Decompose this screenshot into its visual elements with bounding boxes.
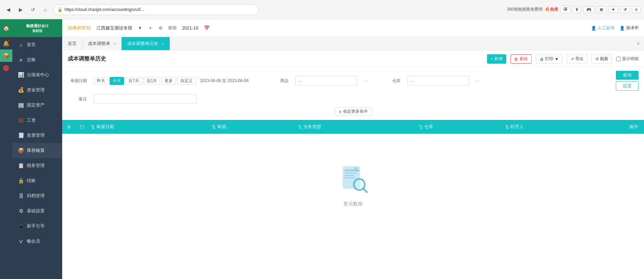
- address-bar[interactable]: 🔒 https://cloud.chanjet.com/accounting/u…: [53, 4, 259, 15]
- page-actions: + 新增 🗑 删除 🖨 打印 ▼ ↗ 导出 ↺: [487, 54, 639, 64]
- browser-tools: 360智能抠图免费用 🔥热搜 译 ¥ 🎮 ⊞ ☀ ↺ ≡: [507, 5, 641, 13]
- query-button[interactable]: 查询: [616, 71, 639, 80]
- consult-btn[interactable]: 👤 人工咨询: [591, 25, 614, 31]
- home-button[interactable]: ⌂: [41, 5, 50, 14]
- sidebar-item-guide[interactable]: 📱 新手引导: [12, 219, 62, 234]
- forward-button[interactable]: ▶: [16, 5, 25, 14]
- topbar-gear-icon[interactable]: ⚙: [159, 25, 163, 31]
- sort-date-icon: ⇅: [91, 124, 95, 130]
- sidebar-label-invoice: 发票管理: [27, 132, 45, 138]
- print-label: 打印: [545, 56, 553, 62]
- collapse-arrow-icon: ∧: [339, 109, 342, 114]
- empty-illustration: [336, 161, 370, 196]
- table-checkbox-icon[interactable]: ☐: [80, 124, 84, 130]
- topbar-company: 江西服宝测试专用: [97, 25, 132, 31]
- th-date[interactable]: ⇅ 单据日期: [88, 124, 209, 130]
- rmb-btn[interactable]: ¥: [573, 6, 581, 13]
- topbar-calendar-icon[interactable]: 📅: [204, 25, 210, 31]
- tab-cost-adjust-history[interactable]: 成本调整单历史 ×: [122, 37, 170, 50]
- tab-cost-adjust[interactable]: 成本调整单 ×: [82, 37, 122, 50]
- tab2-close-icon[interactable]: ×: [162, 42, 164, 46]
- sidebar-label-vip: 畅会员: [27, 238, 40, 244]
- print-btn[interactable]: 🖨 打印 ▼: [536, 54, 563, 64]
- remarks-input[interactable]: [94, 94, 197, 104]
- th-doc-num[interactable]: ⇅ 单据...: [209, 124, 295, 130]
- topbar-add-icon[interactable]: ＋: [148, 24, 153, 32]
- th-warehouse[interactable]: ⇅ 仓库: [416, 124, 502, 130]
- collapse-row: ∧ 收起更多条件: [68, 107, 639, 116]
- sidebar-item-assets[interactable]: 🏢 固定资产: [12, 98, 62, 113]
- table-settings-icon[interactable]: ⚙: [67, 124, 71, 130]
- delete-btn[interactable]: 🗑 删除: [510, 54, 532, 64]
- grid-btn[interactable]: ⊞: [597, 6, 606, 13]
- sidebar-label-guide: 新手引导: [27, 223, 45, 229]
- new-btn[interactable]: + 新增: [487, 54, 506, 64]
- empty-state: 暂元数据: [62, 134, 644, 228]
- sidebar-label-funds: 资金管理: [27, 87, 45, 93]
- print-icon: 🖨: [540, 57, 544, 62]
- hot-search-label[interactable]: 🔥热搜: [545, 7, 558, 12]
- tab-home[interactable]: 首页: [62, 37, 82, 50]
- menu-btn[interactable]: ≡: [632, 6, 641, 13]
- date-btn-today[interactable]: 今天: [110, 77, 124, 85]
- sidebar-item-close[interactable]: 🔒 结账: [12, 173, 62, 188]
- sidebar-item-funds[interactable]: 💰 资金管理: [12, 82, 62, 98]
- warehouse-input[interactable]: [407, 76, 469, 86]
- goods-more-btn[interactable]: ···: [364, 78, 368, 83]
- rail-notification[interactable]: 🔔: [0, 37, 12, 49]
- assets-icon: 🏢: [18, 102, 24, 108]
- icon-rail: 🏠 🔔 📦 🔴: [0, 19, 12, 279]
- tab1-close-icon[interactable]: ×: [114, 42, 116, 46]
- logo-line1: 畅捷通好会计: [26, 23, 49, 28]
- goods-input[interactable]: [295, 76, 357, 86]
- close-all-btn[interactable]: ×: [633, 41, 644, 47]
- show-cols-toggle[interactable]: 显示明细: [616, 56, 639, 62]
- th-settings[interactable]: ⚙: [62, 124, 76, 130]
- date-btn-yesterday[interactable]: 昨天: [94, 77, 108, 85]
- user-info[interactable]: 👤 徐泽华: [620, 25, 639, 31]
- vip-icon: V: [18, 238, 24, 244]
- sidebar-logo: 畅捷通好会计 旗舰版: [12, 19, 62, 37]
- sidebar-item-archive[interactable]: 🗄 归档管理: [12, 188, 62, 203]
- translate-btn[interactable]: 译: [560, 5, 570, 13]
- sidebar-item-tax[interactable]: 📋 税务管理: [12, 158, 62, 173]
- undo-btn[interactable]: ↺: [620, 6, 630, 13]
- setting-button[interactable]: 设置: [616, 81, 639, 91]
- date-btn-more[interactable]: 更多: [161, 77, 176, 85]
- game-btn[interactable]: 🎮: [583, 6, 595, 13]
- date-btn-1month[interactable]: 近1月: [144, 77, 160, 85]
- topbar-dropdown-icon[interactable]: ▼: [138, 25, 142, 31]
- sidebar-item-inventory[interactable]: 📦 库存核算: [12, 143, 62, 158]
- warehouse-more-btn[interactable]: ···: [476, 78, 479, 83]
- sidebar-item-invoice[interactable]: 🧾 发票管理: [12, 128, 62, 143]
- search-hint: 360智能抠图免费用: [507, 7, 543, 12]
- sidebar-item-vip[interactable]: V 畅会员: [12, 234, 62, 249]
- sidebar-item-home[interactable]: ⌂ 首页: [12, 37, 62, 52]
- rail-item-3[interactable]: 🔴: [0, 62, 12, 74]
- sidebar-item-settings[interactable]: ⚙ 基础设置: [12, 203, 62, 219]
- th-handler[interactable]: ⇅ 经手人: [502, 124, 623, 130]
- back-button[interactable]: ◀: [3, 5, 13, 14]
- table-container: ⚙ ☐ ⇅ 单据日期 ⇅ 单据... ⇅ 业务类型: [62, 120, 644, 228]
- remarks-filter-label: 备注: [68, 96, 87, 102]
- th-warehouse-label: 仓库: [424, 124, 433, 130]
- table-header: ⚙ ☐ ⇅ 单据日期 ⇅ 单据... ⇅ 业务类型: [62, 120, 644, 134]
- date-filter-label: 单据日期: [68, 78, 87, 84]
- theme-btn[interactable]: ☀: [608, 6, 618, 13]
- refresh-btn[interactable]: ↺ 刷新: [591, 54, 612, 64]
- sidebar-item-payroll[interactable]: 💼 工资: [12, 113, 62, 128]
- th-biz-type[interactable]: ⇅ 业务类型: [295, 124, 416, 130]
- th-biztype-label: 业务类型: [303, 124, 321, 130]
- topbar-period-label: 账期: [168, 25, 177, 31]
- sidebar-item-reports[interactable]: 📊 云报表中心: [12, 67, 62, 82]
- sidebar-item-ledger[interactable]: ≡ 总账: [12, 52, 62, 67]
- th-checkbox[interactable]: ☐: [76, 124, 88, 130]
- reload-button[interactable]: ↺: [28, 5, 38, 14]
- collapse-button[interactable]: ∧ 收起更多条件: [335, 107, 372, 116]
- topbar-period-value: 2021-10: [182, 25, 199, 31]
- rail-active[interactable]: 📦: [0, 49, 12, 62]
- show-cols-checkbox[interactable]: [616, 57, 621, 61]
- export-btn[interactable]: ↗ 导出: [567, 54, 587, 64]
- date-btn-custom[interactable]: 自定义: [177, 77, 196, 85]
- date-btn-7days[interactable]: 近7天: [125, 77, 142, 85]
